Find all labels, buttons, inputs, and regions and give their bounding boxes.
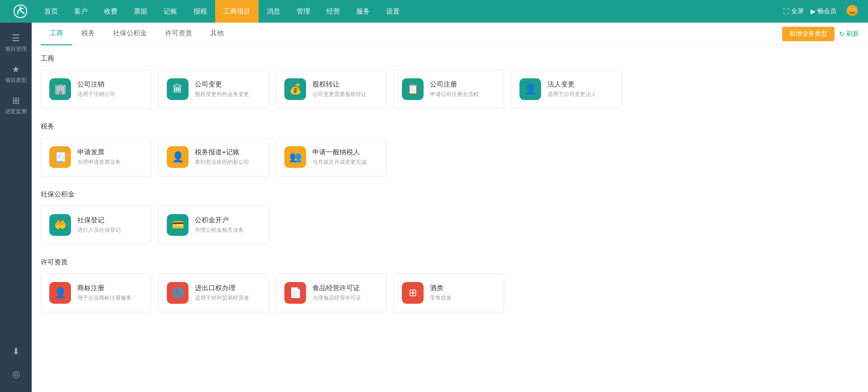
service-card-酒类[interactable]: ⊞酒类零售批发 xyxy=(393,273,504,312)
card-text-酒类: 酒类零售批发 xyxy=(430,284,452,302)
sidebar-item-进度监测[interactable]: ⊞进度监测 xyxy=(0,90,32,121)
tab-list: 工商税务社保公积金许可资质其他 xyxy=(41,23,782,45)
refresh-button[interactable]: ↻ 刷新 xyxy=(839,30,859,38)
card-title-text: 公司注销 xyxy=(77,80,115,89)
section-title-许可资质: 许可资质 xyxy=(41,258,859,267)
nav-item-客户[interactable]: 客户 xyxy=(66,0,96,23)
card-text-申请一般纳税人: 申请一般纳税人当月或次月成变更完成 xyxy=(312,148,367,166)
member-icon: ▶ xyxy=(811,8,816,15)
logo-icon xyxy=(12,3,28,19)
service-card-申请一般纳税人[interactable]: 👥申请一般纳税人当月或次月成变更完成 xyxy=(276,138,387,177)
card-title-text: 税务报道+记账 xyxy=(195,148,249,157)
card-grid-税务: 🧾申请发票办理申请发票业务👤税务报道+记账拿到营业执照的新公司👥申请一般纳税人当… xyxy=(41,138,859,177)
card-desc-text: 拿到营业执照的新公司 xyxy=(195,158,249,166)
nav-item-首页[interactable]: 首页 xyxy=(36,0,66,23)
service-card-食品经营许可证[interactable]: 📄食品经营许可证办理食品经营许可证 xyxy=(276,273,387,312)
card-icon-食品经营许可证: 📄 xyxy=(284,282,306,304)
sidebar-icon: ⊞ xyxy=(12,95,20,106)
sidebar-icon: ☰ xyxy=(12,33,20,43)
nav-item-设置[interactable]: 设置 xyxy=(378,0,408,23)
card-text-食品经营许可证: 食品经营许可证办理食品经营许可证 xyxy=(312,284,361,302)
sidebar-item-项目管理[interactable]: ☰项目管理 xyxy=(0,27,32,58)
nav-item-票据[interactable]: 票据 xyxy=(126,0,156,23)
nav-item-经营[interactable]: 经营 xyxy=(318,0,348,23)
svg-point-4 xyxy=(854,9,855,10)
nav-items: 首页客户收费票据记账报税工商项目消息管理经营服务设置 xyxy=(36,0,783,23)
card-desc-text: 进行人员社保登记 xyxy=(77,226,121,234)
download-icon[interactable]: ⬇ xyxy=(9,342,24,360)
card-icon-法人变更: 👤 xyxy=(519,78,541,100)
service-card-商标注册[interactable]: 👤商标注册用于企业商标注册服务 xyxy=(41,273,151,312)
card-title-text: 商标注册 xyxy=(77,284,132,292)
nav-item-服务[interactable]: 服务 xyxy=(348,0,378,23)
service-card-公司注销[interactable]: 🏢公司注销适用于注销公司 xyxy=(41,70,151,109)
card-desc-text: 适用于公司变更法人 xyxy=(547,91,596,98)
card-title-text: 公司注册 xyxy=(430,80,479,89)
member-label: 畅会员 xyxy=(817,7,836,15)
service-card-申请发票[interactable]: 🧾申请发票办理申请发票业务 xyxy=(41,138,151,177)
tab-其他[interactable]: 其他 xyxy=(201,23,233,45)
card-title-text: 法人变更 xyxy=(547,80,596,89)
card-title-text: 酒类 xyxy=(430,284,452,292)
left-sidebar: ☰项目管理★项目类型⊞进度监测⬇◎ xyxy=(0,23,32,392)
refresh-icon: ↻ xyxy=(839,30,844,38)
new-type-button[interactable]: 新增业务类型 xyxy=(782,27,835,41)
card-grid-社保公积金: 🤲社保登记进行人员社保登记💳公积金开户办理公积金相关业务 xyxy=(41,206,859,244)
card-desc-text: 适用于对外贸易经营者 xyxy=(195,294,249,302)
fullscreen-label: 全屏 xyxy=(791,7,804,15)
service-card-公积金开户[interactable]: 💳公积金开户办理公积金相关业务 xyxy=(158,206,269,244)
service-card-进出口权办理[interactable]: 🌐进出口权办理适用于对外贸易经营者 xyxy=(158,273,269,312)
card-icon-股权转让: 💰 xyxy=(284,78,306,100)
service-card-法人变更[interactable]: 👤法人变更适用于公司变更法人 xyxy=(511,70,622,109)
nav-item-消息[interactable]: 消息 xyxy=(259,0,288,23)
card-title-text: 进出口权办理 xyxy=(195,284,249,292)
service-card-社保登记[interactable]: 🤲社保登记进行人员社保登记 xyxy=(41,206,151,244)
sidebar-label: 进度监测 xyxy=(5,108,27,115)
tab-工商[interactable]: 工商 xyxy=(41,23,72,45)
service-card-公司变更[interactable]: 🏛公司变更股权变更外的业务变更 xyxy=(158,70,269,109)
nav-item-工商项目[interactable]: 工商项目 xyxy=(215,0,259,23)
card-desc-text: 申请公司注册全流程 xyxy=(430,91,479,98)
card-text-进出口权办理: 进出口权办理适用于对外贸易经营者 xyxy=(195,284,249,302)
tab-许可资质[interactable]: 许可资质 xyxy=(156,23,201,45)
card-title-text: 食品经营许可证 xyxy=(312,284,361,292)
service-card-公司注册[interactable]: 📋公司注册申请公司注册全流程 xyxy=(393,70,504,109)
sidebar-item-项目类型[interactable]: ★项目类型 xyxy=(0,58,32,90)
member-button[interactable]: ▶ 畅会员 xyxy=(811,7,836,15)
settings-icon[interactable]: ◎ xyxy=(9,365,24,383)
card-icon-公司注册: 📋 xyxy=(402,78,424,100)
card-title-text: 申请发票 xyxy=(77,148,121,157)
fullscreen-button[interactable]: ⛶ 全屏 xyxy=(783,7,804,15)
main-layout: ☰项目管理★项目类型⊞进度监测⬇◎ 工商税务社保公积金许可资质其他 新增业务类型… xyxy=(0,23,868,392)
card-desc-text: 当月或次月成变更完成 xyxy=(312,158,367,166)
sidebar-label: 项目类型 xyxy=(5,76,27,84)
card-text-公积金开户: 公积金开户办理公积金相关业务 xyxy=(195,216,244,234)
nav-item-记账[interactable]: 记账 xyxy=(156,0,185,23)
tab-税务[interactable]: 税务 xyxy=(72,23,104,45)
nav-item-报税[interactable]: 报税 xyxy=(185,0,215,23)
card-desc-text: 股权变更外的业务变更 xyxy=(195,91,249,98)
card-icon-进出口权办理: 🌐 xyxy=(167,282,189,304)
card-icon-社保登记: 🤲 xyxy=(49,214,71,236)
nav-item-收费[interactable]: 收费 xyxy=(96,0,126,23)
card-icon-公积金开户: 💳 xyxy=(167,214,189,236)
card-grid-许可资质: 👤商标注册用于企业商标注册服务🌐进出口权办理适用于对外贸易经营者📄食品经营许可证… xyxy=(41,273,859,312)
service-card-税务报道+记账[interactable]: 👤税务报道+记账拿到营业执照的新公司 xyxy=(158,138,269,177)
card-desc-text: 办理公积金相关业务 xyxy=(195,226,244,234)
content-area: 工商税务社保公积金许可资质其他 新增业务类型 ↻ 刷新 工商🏢公司注销适用于注销… xyxy=(32,23,868,392)
tab-社保公积金[interactable]: 社保公积金 xyxy=(104,23,156,45)
card-title-text: 股权转让 xyxy=(312,80,367,89)
service-card-股权转让[interactable]: 💰股权转让公司变更需要股权转让 xyxy=(276,70,387,109)
card-text-股权转让: 股权转让公司变更需要股权转让 xyxy=(312,80,367,98)
card-text-税务报道+记账: 税务报道+记账拿到营业执照的新公司 xyxy=(195,148,249,166)
tab-actions: 新增业务类型 ↻ 刷新 xyxy=(782,27,859,41)
mascot xyxy=(843,2,861,20)
card-title-text: 社保登记 xyxy=(77,216,121,225)
card-text-商标注册: 商标注册用于企业商标注册服务 xyxy=(77,284,132,302)
svg-point-6 xyxy=(854,9,858,14)
card-icon-酒类: ⊞ xyxy=(402,282,424,304)
card-desc-text: 用于企业商标注册服务 xyxy=(77,294,132,302)
nav-item-管理[interactable]: 管理 xyxy=(288,0,318,23)
card-desc-text: 适用于注销公司 xyxy=(77,91,115,98)
card-text-法人变更: 法人变更适用于公司变更法人 xyxy=(547,80,596,98)
